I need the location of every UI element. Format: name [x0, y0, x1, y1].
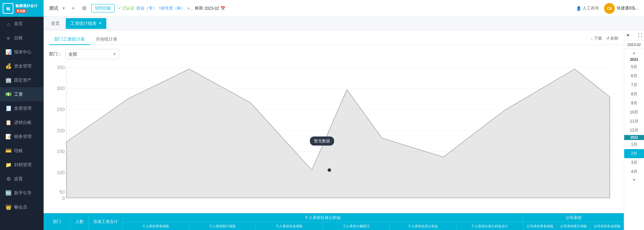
month-2021-11[interactable]: 11月: [624, 117, 644, 126]
page-content: 部门工资统计表 月份统计表 ↓ 下载 ↺ 刷新 部门： 全部 ▼: [44, 30, 624, 230]
add-icon[interactable]: ＋: [69, 3, 77, 13]
app-edition: 专业版: [15, 9, 26, 13]
sidebar-label-salary: 工资: [14, 91, 23, 97]
svg-text:0: 0: [62, 196, 65, 201]
tax-icon: 📝: [5, 134, 11, 140]
date-current-value[interactable]: 2023.02: [628, 43, 641, 47]
sidebar-item-home[interactable]: ⌂ 首页: [0, 17, 44, 31]
settings-gear-icon[interactable]: ⚙: [80, 4, 88, 13]
tab-salary-report[interactable]: 工资统计报表 ✕: [66, 18, 106, 29]
sidebar-label-invoice: 发票管理: [14, 105, 32, 111]
month-2023-3[interactable]: 3月: [624, 158, 644, 167]
year-2021: 2021: [624, 56, 644, 62]
archive-icon: 📁: [5, 162, 11, 168]
topbar-right: 👤 人工咨询 CE 轻捷通8迅...: [576, 3, 639, 14]
download-button[interactable]: ↓ 下载: [591, 36, 602, 41]
sidebar-item-fund[interactable]: 💰 资金管理: [0, 59, 44, 73]
app-name: 畅康通好会计: [15, 3, 38, 8]
th-personal-big-medical: 个人承担大额医疗: [323, 222, 390, 230]
main-area: 测试 ▼ ＋ ⚙ 切到旧版 ✓ 已认证 好会（专） +好生意（标） +... 账…: [44, 0, 644, 230]
sidebar-item-settings[interactable]: ⚙ 设置: [0, 172, 44, 186]
sidebar-item-salary[interactable]: 💵 工资: [0, 87, 44, 101]
checkout-icon: 💳: [5, 148, 11, 154]
month-2021-8[interactable]: 8月: [624, 90, 644, 99]
panel-expand-icon[interactable]: ⛶: [638, 33, 642, 38]
panel-close-row: ✕ ⛶: [624, 30, 644, 41]
sidebar-item-general[interactable]: ≡ 总账: [0, 31, 44, 45]
sidebar-item-tax[interactable]: 📝 税务管理: [0, 130, 44, 144]
th-personal-unemploy: 个人承担失业保险: [256, 222, 323, 230]
sidebar-label-guide: 新手引导: [14, 190, 32, 196]
company-dropdown-arrow[interactable]: ▼: [62, 6, 66, 11]
service-icon: 👤: [576, 6, 581, 11]
dept-select[interactable]: 全部: [65, 49, 119, 59]
date-nav-down[interactable]: ▼: [624, 176, 644, 184]
sidebar-label-member: 畅会员: [14, 204, 27, 210]
svg-text:250: 250: [57, 107, 65, 112]
company-name: 测试: [49, 5, 58, 11]
refresh-button[interactable]: ↺ 刷新: [606, 36, 619, 41]
subtab-dept[interactable]: 部门工资统计表: [49, 34, 90, 45]
sidebar: 畅 畅康通好会计 专业版 ⌂ 首页 ≡ 总账 📊 报表中心 💰 资金管理 🏢 固…: [0, 0, 44, 230]
month-2021-10[interactable]: 10月: [624, 108, 644, 117]
month-2023-2[interactable]: 2月: [624, 149, 644, 158]
sidebar-label-asset: 固定资产: [14, 77, 32, 83]
month-2021-5[interactable]: 5月: [624, 62, 644, 72]
th-dept: 部门: [44, 214, 70, 230]
th-group-company-title: 公司承担: [523, 214, 624, 222]
switch-version-button[interactable]: 切到旧版: [91, 4, 115, 12]
subtabs: 部门工资统计表 月份统计表 ↓ 下载 ↺ 刷新: [44, 30, 624, 45]
date-panel: ✕ ⛶ 2023.02 ▲ 2021 5月 6月 7月 8月 9月 10月 11…: [624, 30, 644, 230]
service-button[interactable]: 👤 人工咨询: [576, 5, 599, 11]
chart-svg: 350 300 250 200 150 100 50 0: [49, 63, 619, 211]
month-2021-9[interactable]: 9月: [624, 99, 644, 108]
sidebar-label-checkout: 结账: [14, 148, 23, 154]
period-label: 账期: [195, 5, 203, 11]
app-logo: 畅 畅康通好会计 专业版: [0, 0, 44, 17]
tag-accounting: 好会（专）: [137, 5, 157, 11]
date-nav-up[interactable]: ▲: [624, 49, 644, 56]
sidebar-item-member[interactable]: 👑 畅会员: [0, 200, 44, 214]
th-company-unemploy: 公司承担失业保险: [590, 222, 624, 230]
table-header: 部门 人数 应发工资合计 个人承担社保公积金 个人承担养老保险 个人承担医疗保险…: [44, 213, 624, 230]
svg-text:50: 50: [59, 189, 65, 195]
svg-text:350: 350: [57, 65, 65, 70]
member-icon: 👑: [5, 204, 11, 210]
date-input-row: 2023.02: [624, 41, 644, 49]
month-2021-7[interactable]: 7月: [624, 81, 644, 90]
tab-close-icon[interactable]: ✕: [99, 21, 102, 26]
chart-area: 350 300 250 200 150 100 50 0: [44, 63, 624, 213]
calendar-icon[interactable]: 📅: [220, 6, 225, 11]
tab-home-label: 首页: [51, 20, 60, 27]
sidebar-item-archive[interactable]: 📁 归档管理: [0, 158, 44, 172]
dept-select-wrap: 全部 ▼: [65, 49, 119, 59]
sidebar-label-settings: 设置: [14, 176, 23, 182]
month-2021-12[interactable]: 12月: [624, 126, 644, 135]
sidebar-label-archive: 归档管理: [14, 162, 32, 168]
year-2023-label: 2023: [624, 135, 644, 140]
sidebar-item-checkout[interactable]: 💳 结账: [0, 144, 44, 158]
month-2021-6[interactable]: 6月: [624, 72, 644, 81]
subtab-month-label: 月份统计表: [96, 37, 117, 42]
report-icon: 📊: [5, 49, 11, 55]
month-2023-1[interactable]: 1月: [624, 140, 644, 149]
panel-close-icon[interactable]: ✕: [626, 33, 630, 38]
sidebar-item-report[interactable]: 📊 报表中心: [0, 45, 44, 59]
sidebar-item-sales[interactable]: 📋 进销台账: [0, 116, 44, 130]
asset-icon: 🏢: [5, 77, 11, 83]
sidebar-item-invoice[interactable]: 🧾 发票管理: [0, 101, 44, 116]
content-area: 部门工资统计表 月份统计表 ↓ 下载 ↺ 刷新 部门： 全部 ▼: [44, 30, 644, 230]
tab-home[interactable]: 首页: [46, 18, 64, 29]
username: 轻捷通8迅...: [617, 5, 639, 11]
sidebar-label-general: 总账: [14, 35, 23, 41]
account-period: 账期 2023-02 📅: [195, 5, 225, 11]
sidebar-item-asset[interactable]: 🏢 固定资产: [0, 73, 44, 87]
subtab-month[interactable]: 月份统计表: [90, 34, 123, 45]
tabbar: 首页 工资统计报表 ✕: [44, 17, 644, 30]
period-value: 2023-02: [204, 6, 219, 11]
month-2023-4[interactable]: 4月: [624, 167, 644, 176]
sidebar-item-guide[interactable]: 🆕 新手引导: [0, 186, 44, 200]
th-group-company: 公司承担 公司承担养老保险 公司承担医疗保险 公司承担失业保险: [523, 214, 624, 230]
sidebar-label-sales: 进销台账: [14, 120, 32, 126]
home-icon: ⌂: [5, 21, 11, 27]
